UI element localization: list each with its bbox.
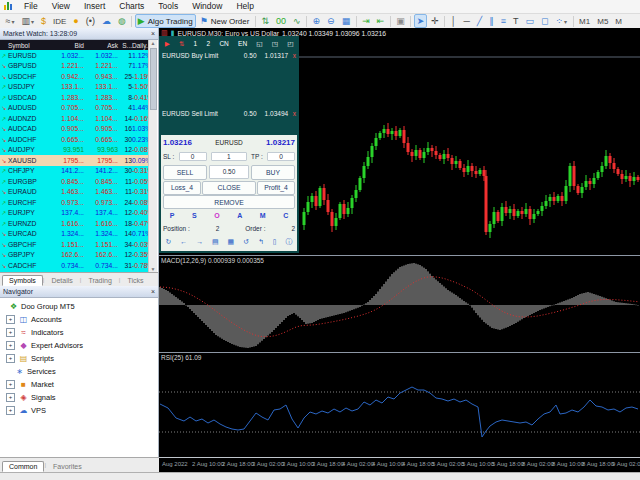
forward-icon[interactable]: → [196,238,203,245]
cursor-button[interactable]: ➤ [414,14,428,28]
time-axis[interactable]: Aug 20222 Aug 10:002 Aug 18:003 Aug 02:0… [159,458,640,472]
layout-icon[interactable]: ◳ [272,40,278,48]
bottom-scroll-strip[interactable] [0,472,640,480]
sidebar-item-signals[interactable]: +◈Signals [0,391,158,404]
market-watch-scrollbar[interactable]: ▲ ▼ [148,40,157,272]
lang-en-button[interactable]: EN [238,40,247,47]
ide-button[interactable]: IDE [50,14,69,28]
lang-cn-button[interactable]: CN [219,40,228,47]
grid-icon[interactable]: ▤ [212,238,219,246]
profit-button[interactable]: Profit_4 [257,181,295,195]
arrows-button[interactable]: ⁘▾ [553,14,571,28]
mode-letter-c[interactable]: C [283,212,288,219]
menu-window[interactable]: Window [185,1,229,11]
risk-input[interactable]: 1 [211,152,247,161]
tab-favorites[interactable]: Favorites [46,461,89,472]
page-1-button[interactable]: 1 [194,40,198,47]
symbol-row-eurnzd[interactable]: ↗EURNZD1.616...1.616...18-0.47% [0,218,157,229]
web-terminal-button[interactable]: ◍ [115,14,129,28]
auto-scroll-button[interactable]: ⇤ [374,14,388,28]
symbol-row-audchf[interactable]: ↘AUDCHF0.665...0.665...300.23% [0,134,157,145]
screenshot-button[interactable]: ▣ [393,14,408,28]
close-all-button[interactable]: CLOSE [202,181,256,195]
mode-letter-a[interactable]: A [237,212,242,219]
crosshair-button[interactable]: ✛ [428,14,442,28]
scroll-up-icon[interactable]: ▲ [149,40,157,46]
symbol-row-usdchf[interactable]: ↘USDCHF0.942...0.943...25-1.19% [0,71,157,82]
timeframe-m15-button[interactable]: M [612,14,625,28]
sidebar-item-vps[interactable]: +☁VPS [0,404,158,417]
fibonacci-button[interactable]: ≡ [498,14,509,28]
tab-ticks[interactable]: Ticks [120,275,150,286]
menu-view[interactable]: View [45,1,77,11]
column-header[interactable]: S... [120,42,132,49]
data-window-button[interactable]: ∿ [290,14,304,28]
text-button[interactable]: T [510,14,522,28]
symbol-row-eurusd[interactable]: ↗EURUSD1.032...1.032...11.12% [0,50,157,61]
new-order-button[interactable]: ⚑New Order [197,14,253,28]
quotes-chart-button[interactable]: ≈▾ [3,14,18,28]
symbol-row-eurcad[interactable]: ↘EURCAD1.324...1.324...140.71% [0,229,157,240]
tab-symbols[interactable]: Symbols [2,275,43,286]
zoom-in-button[interactable]: ⊕ [310,14,324,28]
refresh-icon[interactable]: ↻ [165,238,171,246]
navigator-close-icon[interactable]: × [151,288,155,295]
sidebar-item-accounts[interactable]: +◫Accounts [0,313,158,326]
timeframe-m5-button[interactable]: M5 [594,14,611,28]
symbol-row-usdjpy[interactable]: ↗USDJPY133.1...133.1...5-1.50% [0,82,157,93]
channel-button[interactable]: ∥ [486,14,497,28]
menu-insert[interactable]: Insert [77,1,112,11]
sidebar-item-expert-advisors[interactable]: +◆Expert Advisors [0,339,158,352]
expand-icon[interactable]: + [6,315,15,324]
tab-common[interactable]: Common [2,461,44,472]
sidebar-item-services[interactable]: ∗Services [0,365,158,378]
page-2-button[interactable]: 2 [207,40,211,47]
trendline-button[interactable]: ╱ [474,14,485,28]
rectangle-button[interactable]: ▭ [523,14,538,28]
macd-chart[interactable] [159,256,640,351]
order-close-icon[interactable]: x [288,110,296,117]
pause-icon[interactable]: ⇅ [179,40,184,48]
chart-area[interactable]: ▥ ▮ EURUSD,M30: Euro vs US Dollar 1.0324… [159,28,640,480]
chart-object-button[interactable]: ▥▾ [18,14,37,28]
symbol-row-eurjpy[interactable]: ↗EURJPY137.4...137.4...12-0.40% [0,208,157,219]
symbol-row-usdcad[interactable]: ↗USDCAD1.283...1.283...8-0.41% [0,92,157,103]
symbol-row-gbpjpy[interactable]: ↘GBPJPY162.6...162.6...12-0.35% [0,250,157,261]
sell-button[interactable]: SELL [163,165,207,180]
tp-input[interactable]: 0 [267,152,295,161]
scroll-thumb[interactable] [150,48,157,110]
mode-letter-m[interactable]: M [260,212,266,219]
tile-windows-button[interactable]: ▦ [339,14,354,28]
volume-input[interactable]: 0.50 [209,165,249,179]
menu-charts[interactable]: Charts [112,1,151,11]
play-icon[interactable]: ▶ [165,40,170,48]
loop-icon[interactable]: ↺ [243,238,249,246]
tab-trading[interactable]: Trading [81,275,118,286]
depth-of-market-button[interactable]: ⇅ [258,14,272,28]
expand-icon[interactable]: + [6,341,15,350]
zoom-out-button[interactable]: ⊖ [324,14,338,28]
symbol-row-audjpy[interactable]: ↘AUDJPY93.95193.96312-0.08% [0,145,157,156]
symbol-row-audusd[interactable]: ↘AUDUSD0.705...0.705...41.44% [0,103,157,114]
shapes-button[interactable]: ◻ [538,14,551,28]
expand-icon[interactable]: + [6,328,15,337]
symbol-row-chfjpy[interactable]: ↗CHFJPY141.2...141.2...30-0.31% [0,166,157,177]
timeframe-m1-button[interactable]: M1 [576,14,593,28]
expand-icon[interactable]: + [6,354,15,363]
sidebar-item-market[interactable]: +■Market [0,378,158,391]
buy-button[interactable]: BUY [251,165,295,180]
shift-end-button[interactable]: ⇥ [359,14,373,28]
close-panel-icon[interactable]: ◰ [287,40,293,48]
cloud-button[interactable]: ☁ [99,14,114,28]
menu-tools[interactable]: Tools [151,1,185,11]
expand-icon[interactable]: + [6,406,15,415]
sidebar-item-scripts[interactable]: +▤Scripts [0,352,158,365]
scroll-down-icon[interactable]: ▼ [149,266,157,272]
lock-button[interactable]: ● [70,14,81,28]
broadcast-button[interactable]: (•) [83,14,98,28]
vertical-line-button[interactable]: │ [448,14,460,28]
mode-letter-s[interactable]: S [192,212,197,219]
sl-input[interactable]: 0 [179,152,207,161]
symbol-row-eurgbp[interactable]: ↗EURGBP0.845...0.845...11-0.05% [0,176,157,187]
column-header[interactable]: Symbol [8,42,52,49]
